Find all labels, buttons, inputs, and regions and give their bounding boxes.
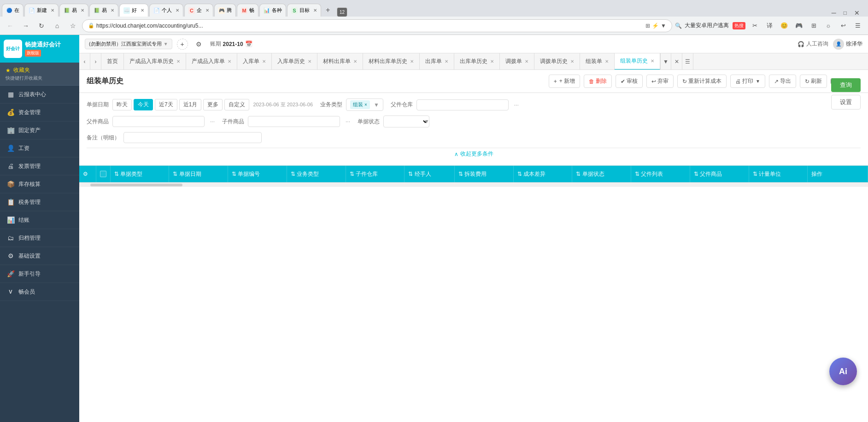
tab-home[interactable]: 首页: [101, 53, 124, 70]
th-unit[interactable]: ⇅ 计量单位: [749, 166, 808, 182]
recalc-btn[interactable]: ↻ 重新计算成本: [677, 75, 727, 88]
tab-group-hist[interactable]: 组装单历史 ✕: [615, 53, 660, 70]
sidebar-item-inventory[interactable]: 📦 库存核算: [0, 175, 79, 193]
browser-tab-7[interactable]: C 企 ✕: [184, 4, 213, 17]
refresh-button[interactable]: ↻: [35, 19, 48, 32]
tab-out[interactable]: 出库单 ✕: [420, 53, 454, 70]
tab-in-hist-close[interactable]: ✕: [308, 59, 311, 64]
bookmark-button[interactable]: ☆: [66, 19, 79, 32]
filter-settings-btn[interactable]: 设置: [831, 95, 861, 110]
export-btn[interactable]: ↗ 导出: [769, 75, 796, 88]
tab-group-hist-close[interactable]: ✕: [651, 58, 654, 64]
tab-settings-btn[interactable]: ☰: [682, 53, 693, 70]
date-btn-yesterday[interactable]: 昨天: [112, 99, 132, 110]
new-tab-button[interactable]: +: [322, 4, 336, 17]
tab-close-3[interactable]: ✕: [81, 8, 84, 13]
tab-out-hist[interactable]: 出库单历史 ✕: [454, 53, 500, 70]
th-gear[interactable]: ⚙: [79, 166, 96, 182]
th-check[interactable]: [96, 166, 110, 182]
biz-type-dropdown[interactable]: ▼: [374, 102, 379, 108]
home-button[interactable]: ⌂: [51, 19, 64, 32]
tab-assembly-hist[interactable]: 调拨单历史 ✕: [534, 53, 580, 70]
ai-assistant-bubble[interactable]: Ai: [829, 358, 857, 385]
tab-close-2[interactable]: ✕: [51, 8, 54, 13]
th-bill-no[interactable]: ⇅ 单据编号: [228, 166, 287, 182]
approve-btn[interactable]: ✔ 审核: [616, 75, 643, 88]
period-selector[interactable]: 账期 2021-10 📅: [210, 40, 252, 48]
add-company-btn[interactable]: +: [177, 39, 188, 50]
tab-out-hist-close[interactable]: ✕: [490, 59, 494, 64]
tab-nav-left[interactable]: ‹: [79, 53, 90, 70]
print-btn[interactable]: 🖨 打印 ▼: [730, 75, 765, 88]
tab-prod-in[interactable]: 产成品入库单 ✕: [186, 53, 237, 70]
horizontal-scrollbar[interactable]: [79, 182, 868, 187]
browser-tab-9[interactable]: 🎮 腾: [214, 4, 236, 17]
remark-input[interactable]: [123, 132, 262, 143]
sidebar-item-fund[interactable]: 💰 资金管理: [0, 104, 79, 121]
refresh-btn[interactable]: ↻ 刷新: [800, 75, 827, 88]
scissors-btn[interactable]: ✂: [748, 19, 761, 32]
tab-mat-out-hist-close[interactable]: ✕: [410, 59, 414, 64]
th-biz-type[interactable]: ⇅ 业务类型: [287, 166, 346, 182]
browser-tab-10[interactable]: M 畅: [237, 4, 258, 17]
tab-close-all-btn[interactable]: ✕: [671, 53, 682, 70]
favorites-header[interactable]: ★ 收藏夹: [6, 66, 74, 74]
collapse-btn[interactable]: ∧ 收起更多条件: [87, 148, 861, 160]
back-button[interactable]: ←: [4, 19, 17, 32]
browser-tab-2[interactable]: 📄 新建 ✕: [24, 4, 59, 17]
child-goods-input[interactable]: [248, 116, 340, 127]
sidebar-favorites[interactable]: ★ 收藏夹 快捷键打开收藏夹: [0, 63, 79, 86]
sidebar-item-cloud-report[interactable]: ▦ 云报表中心: [0, 86, 79, 104]
th-parent-goods[interactable]: ⇅ 父件商品: [690, 166, 749, 182]
browser-tab-3[interactable]: 📗 易 ✕: [59, 4, 88, 17]
th-cost-diff[interactable]: ⇅ 成本差异: [513, 166, 572, 182]
scrollbar-thumb[interactable]: [90, 184, 182, 186]
tab-close-6[interactable]: ✕: [176, 8, 179, 13]
tab-in[interactable]: 入库单 ✕: [237, 53, 272, 70]
abandon-btn[interactable]: ↩ 弃审: [646, 75, 674, 88]
sidebar-item-archive[interactable]: 🗂 归档管理: [0, 229, 79, 247]
tab-assembly-hist-close[interactable]: ✕: [570, 59, 574, 64]
th-disassembly-fee[interactable]: ⇅ 拆装费用: [454, 166, 513, 182]
emoji-btn[interactable]: 😊: [778, 19, 791, 32]
date-btn-1month[interactable]: 近1月: [179, 99, 202, 110]
tab-out-close[interactable]: ✕: [445, 59, 448, 64]
th-parent-list[interactable]: ⇅ 父件列表: [631, 166, 690, 182]
date-btn-7days[interactable]: 近7天: [155, 99, 177, 110]
tab-mat-out-close[interactable]: ✕: [353, 59, 357, 64]
date-btn-today[interactable]: 今天: [134, 99, 153, 110]
tab-nav-right[interactable]: ›: [90, 53, 101, 70]
browser-tab-11[interactable]: 📊 各种: [259, 4, 286, 17]
tab-prod-in-hist-close[interactable]: ✕: [176, 59, 180, 64]
tab-in-close[interactable]: ✕: [262, 59, 266, 64]
service-btn[interactable]: 🎧 人工咨询: [798, 40, 828, 48]
sidebar-item-settle[interactable]: 📊 结账: [0, 211, 79, 229]
browser-tab-8[interactable]: ☁️ 好 ✕: [119, 4, 148, 17]
tab-in-hist[interactable]: 入库单历史 ✕: [272, 53, 317, 70]
sidebar-item-member[interactable]: V 畅会员: [0, 283, 79, 301]
th-child-wh[interactable]: ⇅ 子件仓库: [346, 166, 405, 182]
child-goods-more[interactable]: ···: [346, 118, 350, 125]
game-btn[interactable]: 🎮: [792, 19, 805, 32]
sidebar-item-basic[interactable]: ⚙ 基础设置: [0, 247, 79, 265]
biz-type-tag-close[interactable]: ×: [364, 102, 367, 107]
translate-btn[interactable]: 译: [763, 19, 776, 32]
sidebar-item-guide[interactable]: 🚀 新手引导: [0, 265, 79, 283]
tab-close-7[interactable]: ✕: [205, 8, 209, 13]
sidebar-item-fixed-assets[interactable]: 🏢 固定资产: [0, 121, 79, 139]
sidebar-item-tax[interactable]: 📋 税务管理: [0, 193, 79, 211]
browser-tab-6[interactable]: 📄 个人 ✕: [149, 4, 183, 17]
tab-mat-out[interactable]: 材料出库单 ✕: [317, 53, 363, 70]
browser-tab-4[interactable]: 📗 易 ✕: [89, 4, 118, 17]
th-status[interactable]: ⇅ 单据状态: [572, 166, 631, 182]
th-handler[interactable]: ⇅ 经手人: [405, 166, 454, 182]
address-bar[interactable]: 🔒 https://cloud.chanjet.com/accounting/u…: [82, 19, 672, 32]
date-btn-custom[interactable]: 自定义: [224, 99, 249, 110]
company-selector[interactable]: (勿删勿禁用）江西服宝测试专用 ▼: [85, 39, 172, 49]
calendar-icon[interactable]: 📅: [245, 40, 252, 47]
biz-type-tag-filter[interactable]: 组装 × ▼: [346, 98, 383, 111]
forward-button[interactable]: →: [19, 19, 32, 32]
lightning-icon[interactable]: ⚡: [652, 23, 659, 29]
parent-goods-more[interactable]: ···: [210, 118, 215, 125]
grid-btn[interactable]: ⊞: [807, 19, 820, 32]
